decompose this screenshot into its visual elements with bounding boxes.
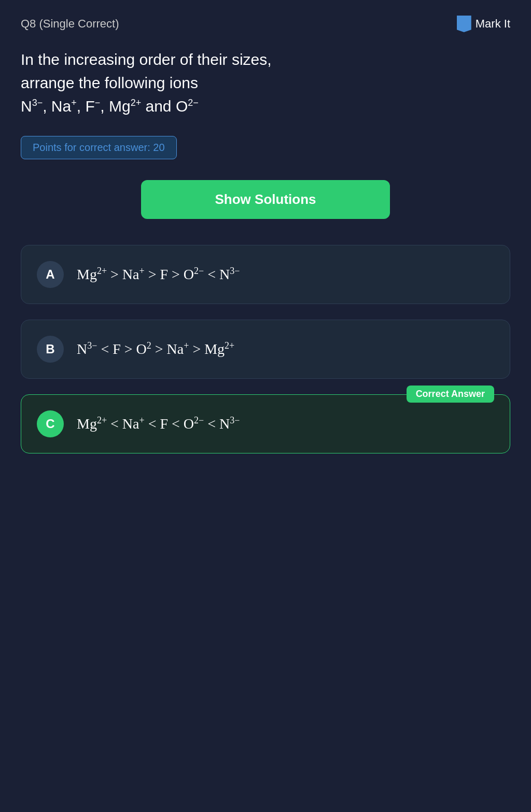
option-card-c[interactable]: Correct Answer C Mg2+ < Na+ < F < O2− < … [21, 394, 510, 453]
question-text: In the increasing order of their sizes, … [21, 48, 510, 118]
mark-it-label: Mark It [476, 17, 510, 31]
bookmark-icon [457, 16, 471, 32]
option-content-a: Mg2+ > Na+ > F > O2− < N3− [77, 266, 240, 283]
show-solutions-button[interactable]: Show Solutions [141, 180, 390, 219]
question-label: Q8 (Single Correct) [21, 17, 119, 31]
question-header: Q8 (Single Correct) Mark It [21, 16, 510, 32]
option-content-c: Mg2+ < Na+ < F < O2− < N3− [77, 415, 240, 432]
option-card-a[interactable]: A Mg2+ > Na+ > F > O2− < N3− [21, 245, 510, 304]
correct-answer-badge: Correct Answer [407, 386, 494, 403]
option-label-b: B [37, 336, 64, 363]
option-card-b[interactable]: B N3− < F > O2 > Na+ > Mg2+ [21, 320, 510, 379]
option-label-c: C [37, 410, 64, 437]
option-label-a: A [37, 261, 64, 288]
mark-it-container[interactable]: Mark It [457, 16, 510, 32]
option-content-b: N3− < F > O2 > Na+ > Mg2+ [77, 340, 234, 357]
points-badge: Points for correct answer: 20 [21, 136, 177, 159]
